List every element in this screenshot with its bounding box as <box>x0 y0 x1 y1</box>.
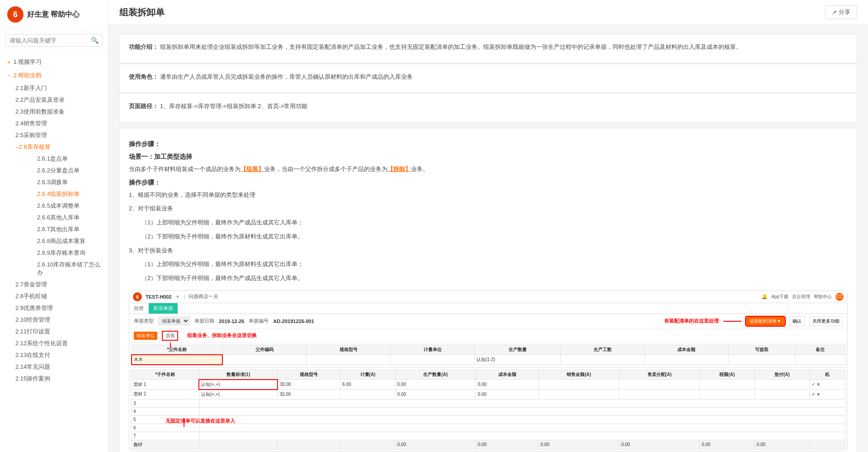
step3-2: （2）下部明细为子件明细，最终作为产成品生成其它入库单。 <box>129 273 848 284</box>
sidebar-item-ledger-fix[interactable]: 2.6.10库存账本错了怎么办 <box>22 259 108 279</box>
page-title: 组装拆卸单 <box>119 6 165 19</box>
ss-arrow2 <box>170 343 171 348</box>
ss-help: 帮助中心 <box>814 294 832 300</box>
ss-annotation2: 组装业务、拆卸业务在这里切换 <box>187 332 257 339</box>
sidebar-item-subtake[interactable]: 2.6.2分量盘点单 <box>22 165 108 176</box>
ss-upper-th2: 父件编码 <box>222 345 307 355</box>
sidebar-item-transfer[interactable]: 2.6.3调拨单 <box>22 176 108 188</box>
sidebar-item-other-in[interactable]: 2.6.6其他入库单 <box>22 212 108 224</box>
fake-screenshot: 6 TEST-H002 ▼ | 问鼎商店一天 🔔 App下载 后台管理 帮助中心… <box>129 291 847 452</box>
step2-1: （1）上部明细为父件明细，最终作为产成品生成其它入库单； <box>129 217 848 228</box>
step2: 2、对于组装业务 <box>129 203 848 214</box>
sidebar-item-print[interactable]: 2.11打印设置 <box>0 326 108 338</box>
sidebar-item-costadj[interactable]: 2.6.5成本调整单 <box>22 200 108 212</box>
scenario1-title: 场景一：加工类型选择 <box>129 153 848 161</box>
intro-text: 功能介绍： 组装拆卸单用来处理企业组装或拆卸等加工业务，支持有固定装配清单的产品… <box>129 42 848 53</box>
share-icon: ↗ <box>832 9 837 16</box>
sidebar-item-other-out[interactable]: 2.6.7其他出库单 <box>22 224 108 235</box>
screenshot: 6 TEST-H002 ▼ | 问鼎商店一天 🔔 App下载 后台管理 帮助中心… <box>129 290 848 452</box>
ss-user: CC <box>835 293 844 301</box>
sidebar-item-stocktake[interactable]: 2.6.1盘点单 <box>22 153 108 165</box>
ss-upper-th7: 成本金额 <box>645 345 729 355</box>
ss-annotation4: 无固定清单可以直接在这里录入 <box>165 418 235 424</box>
sidebar-item-ledger[interactable]: 2.6.9库存账本查询 <box>22 247 108 259</box>
collapse-icon: − <box>7 72 11 79</box>
search-box: 🔍 <box>5 34 103 47</box>
ss-date-label: 单据类型 <box>134 318 154 324</box>
logo-icon: 6 <box>7 6 24 23</box>
main: 组装拆卸单 ↗ 分享 功能介绍： 组装拆卸单用来处理企业组装或拆卸等加工业务，支… <box>108 0 868 452</box>
ss-type-input: 选项 <box>162 331 178 341</box>
ss-store-sep: | <box>184 294 185 300</box>
sidebar-item-dataprep[interactable]: 2.3使用前数据准备 <box>0 106 108 118</box>
ss-btn-more[interactable]: 关闭更多功能 <box>809 316 843 326</box>
search-input[interactable] <box>9 37 91 44</box>
step3: 3、对于拆装业务 <box>129 245 848 257</box>
ss-bell: 🔔 <box>761 294 768 300</box>
ss-order-label: 单据编号 <box>249 318 269 324</box>
ss-lower-row1: 需材 1 认知(+,+) 30.00 6.00 0.00 0.00 <box>132 380 845 390</box>
ss-upper-th9: 备注 <box>795 345 845 355</box>
path-block: 页面路径： 1、库存核算->库存管理->组装拆卸单 2、首页->常用功能 <box>119 93 857 123</box>
sidebar-item-custom[interactable]: 2.12系统个性化设置 <box>0 338 108 349</box>
ss-upper-row1: 木木 认知(1-2) 启用处理 <box>132 355 845 365</box>
nav-tree: + 1.视频学习 − 2.帮助文档 2.1新手入门 2.2产品安装及登录 2.3… <box>0 52 108 452</box>
steps-title: 操作步骤： <box>129 140 848 148</box>
sidebar-item-install[interactable]: 2.2产品安装及登录 <box>0 94 108 106</box>
ss-tab-own[interactable]: 自营 <box>129 303 149 314</box>
sidebar-item-video[interactable]: + 1.视频学习 <box>0 55 108 69</box>
role-label: 使用角色： <box>129 73 158 80</box>
sidebar-item-mobile[interactable]: 2.8手机旺铺 <box>0 290 108 302</box>
ss-store: 问鼎商店一天 <box>189 293 218 300</box>
ss-arrow1 <box>723 321 741 322</box>
sidebar-item-funds[interactable]: 2.7资金管理 <box>0 279 108 290</box>
ss-lower-row4: 4 <box>132 407 845 415</box>
ss-upper-th1: *父件名称 <box>132 345 222 355</box>
steps-sub-label: 操作步骤： <box>129 179 848 187</box>
sidebar-item-purchase[interactable]: 2.5采购管理 <box>0 129 108 141</box>
intro-label: 功能介绍： <box>129 43 158 50</box>
step2-2: （2）下部明细为子件明细，最终作为原材料生成其它出库单。 <box>129 231 848 243</box>
ss-btn-bom[interactable]: 选择配料清单▼ <box>746 317 785 326</box>
path-text: 页面路径： 1、库存核算->库存管理->组装拆卸单 2、首页->常用功能 <box>129 101 848 112</box>
sidebar-item-ops[interactable]: 2.10经营管理 <box>0 314 108 326</box>
step3-1: （1）上部明细为父件明细，最终作为原材料生成其它出库单； <box>129 259 848 270</box>
intro-block: 功能介绍： 组装拆卸单用来处理企业组装或拆卸等加工业务，支持有固定装配清单的产品… <box>119 34 857 63</box>
ss-upper-th5: 生产数量 <box>474 345 560 355</box>
ss-annotation1: 有装配清单的在这里处理 <box>664 318 719 324</box>
ss-logo: 6 <box>133 292 142 301</box>
sidebar-item-newuser[interactable]: 2.1新手入门 <box>0 82 108 94</box>
ss-lower-row6: 6 <box>132 423 845 432</box>
ss-date-label2: 单据日期 <box>194 318 214 324</box>
ss-order-value: AD-20191226-001 <box>273 319 314 324</box>
ss-btn-confirm[interactable]: 确认 <box>789 316 805 326</box>
ss-tab-new[interactable]: 新添单据 <box>149 303 178 314</box>
scenario1-desc: 当由多个子件材料组装成一个成品的业务为【组装】业务，当由一个父件拆分成多个子产品… <box>129 164 848 175</box>
sidebar-item-inventory[interactable]: − 2.6库存核算 <box>0 141 108 153</box>
sidebar-item-coupon[interactable]: 2.9优惠券管理 <box>0 302 108 314</box>
ss-upper-th4: 计量单位 <box>391 345 475 355</box>
sidebar-item-faq[interactable]: 2.14常见问题 <box>0 361 108 373</box>
sidebar-item-docs[interactable]: − 2.帮助文档 <box>0 69 108 82</box>
sidebar-item-cases[interactable]: 2.15操作案例 <box>0 373 108 385</box>
role-block: 使用角色： 通常由生产人员或库管人员完成拆装业务的操作，库管人员确认原材料的出库… <box>119 64 857 93</box>
sidebar-item-assembly[interactable]: 2.6.4组装拆卸单 <box>22 188 108 200</box>
ss-footer: 合计 0.00 0.00 0.00 0.00 0.00 0.00 <box>132 440 845 449</box>
ss-admin: 后台管理 <box>792 294 810 300</box>
ss-company: TEST-H002 <box>146 294 171 300</box>
logo-area: 6 好生意 帮助中心 <box>0 0 108 29</box>
ss-upper-th8: 可提取 <box>728 345 795 355</box>
expand-icon: + <box>7 59 11 66</box>
sidebar-item-sales[interactable]: 2.4销售管理 <box>0 118 108 129</box>
share-button[interactable]: ↗ 分享 <box>825 5 857 19</box>
ss-type-select[interactable]: 组装单据 <box>158 317 190 325</box>
ss-lower-row2: 需材 2 认知(+,+) 30.00 0.00 0.00 <box>132 390 845 400</box>
ss-lower-row7: 7 <box>132 432 845 440</box>
sidebar-item-cost-recalc[interactable]: 2.6.8商品成本重算 <box>22 235 108 247</box>
ss-upper-th3: 规格型号 <box>307 345 391 355</box>
ss-type-badge: 组装单位 <box>134 332 157 340</box>
sidebar-item-payment[interactable]: 2.13在线支付 <box>0 349 108 361</box>
search-area: 🔍 <box>0 29 108 52</box>
content-area: 功能介绍： 组装拆卸单用来处理企业组装或拆卸等加工业务，支持有固定装配清单的产品… <box>108 25 868 452</box>
search-icon[interactable]: 🔍 <box>91 37 99 44</box>
